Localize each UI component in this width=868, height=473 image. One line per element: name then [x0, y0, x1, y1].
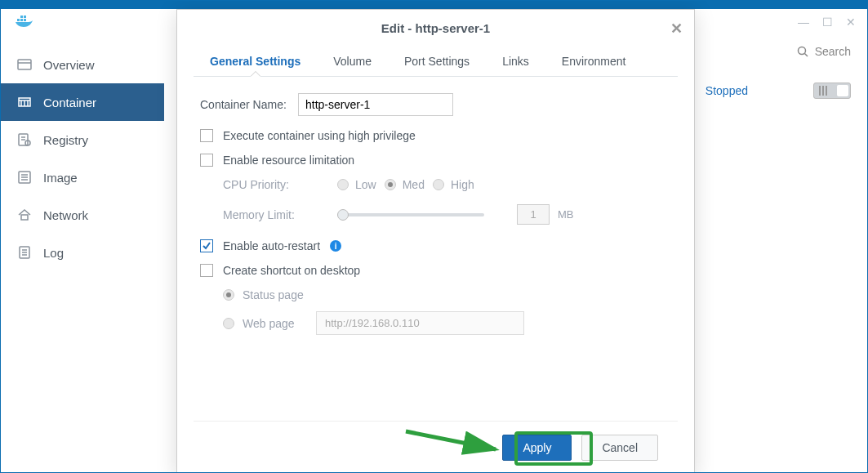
apply-button[interactable]: Apply	[502, 435, 572, 461]
container-name-input[interactable]	[298, 93, 453, 116]
tab-environment[interactable]: Environment	[545, 47, 643, 76]
sidebar-label: Registry	[43, 133, 88, 147]
desktop-shortcut-checkbox[interactable]	[200, 264, 213, 277]
cancel-button[interactable]: Cancel	[581, 435, 658, 461]
svg-rect-20	[21, 215, 28, 220]
cpu-high-radio	[433, 179, 444, 190]
maximize-button[interactable]: ☐	[822, 16, 833, 29]
tab-general-settings[interactable]: General Settings	[194, 47, 317, 76]
network-icon	[17, 207, 32, 222]
tab-volume[interactable]: Volume	[317, 47, 388, 76]
image-icon	[17, 170, 32, 185]
search-icon	[797, 46, 808, 57]
memory-limit-label: Memory Limit:	[223, 208, 329, 221]
log-icon	[17, 245, 32, 260]
docker-icon	[16, 14, 33, 32]
sidebar-item-overview[interactable]: Overview	[1, 46, 164, 83]
container-status: Stopped	[706, 84, 748, 97]
registry-icon	[17, 132, 32, 147]
sidebar-label: Container	[43, 96, 96, 109]
status-page-label: Status page	[243, 288, 304, 301]
sidebar-label: Image	[43, 171, 78, 185]
edit-dialog: Edit - http-server-1 ✕ General Settings …	[176, 9, 695, 473]
status-page-radio	[223, 289, 234, 301]
sidebar-item-container[interactable]: Container	[1, 83, 164, 121]
auto-restart-checkbox[interactable]	[200, 239, 213, 252]
sidebar-item-image[interactable]: Image	[1, 158, 164, 196]
dialog-close-button[interactable]: ✕	[670, 20, 683, 38]
sidebar-item-network[interactable]: Network	[1, 196, 164, 234]
resource-limit-label: Enable resource limitation	[223, 154, 354, 167]
container-name-label: Container Name:	[200, 98, 298, 111]
sidebar-label: Network	[43, 208, 88, 222]
minimize-button[interactable]: —	[798, 16, 809, 29]
search-placeholder: Search	[815, 45, 851, 58]
svg-rect-0	[17, 19, 20, 21]
overview-icon	[17, 57, 32, 72]
cpu-priority-label: CPU Priority:	[223, 178, 329, 191]
svg-rect-4	[24, 16, 26, 18]
memory-slider	[337, 213, 484, 216]
sidebar-label: Overview	[43, 58, 95, 72]
tab-links[interactable]: Links	[486, 47, 545, 76]
auto-restart-label: Enable auto-restart	[223, 239, 320, 252]
high-privilege-checkbox[interactable]	[200, 129, 213, 142]
container-toggle[interactable]	[813, 83, 851, 99]
window-controls: — ☐ ✕	[798, 16, 856, 29]
svg-point-25	[798, 47, 805, 55]
resource-limit-checkbox[interactable]	[200, 154, 213, 167]
svg-rect-2	[24, 19, 26, 21]
web-page-label: Web page	[243, 317, 308, 330]
sidebar-item-log[interactable]: Log	[1, 234, 164, 271]
memory-unit: MB	[558, 208, 574, 221]
info-icon[interactable]: i	[330, 240, 341, 252]
cpu-med-radio	[385, 179, 396, 190]
svg-rect-3	[20, 16, 23, 18]
dialog-title: Edit - http-server-1 ✕	[177, 10, 694, 47]
svg-rect-5	[18, 60, 31, 69]
close-button[interactable]: ✕	[846, 16, 856, 29]
svg-rect-1	[20, 19, 23, 21]
memory-limit-input	[517, 204, 550, 225]
container-icon	[17, 95, 32, 109]
container-row: Stopped	[706, 83, 851, 99]
web-page-url-input	[316, 311, 524, 335]
desktop-shortcut-label: Create shortcut on desktop	[223, 264, 360, 277]
cpu-low-radio	[337, 179, 349, 190]
sidebar-item-registry[interactable]: Registry	[1, 121, 164, 158]
search-bar[interactable]: Search	[797, 45, 851, 58]
high-privilege-label: Execute container using high privilege	[223, 129, 416, 142]
tab-port-settings[interactable]: Port Settings	[388, 47, 486, 76]
web-page-radio	[223, 318, 234, 329]
sidebar-label: Log	[43, 246, 64, 260]
svg-line-26	[804, 54, 808, 57]
sidebar: Overview Container Registry Image Networ…	[1, 9, 164, 472]
tabs: General Settings Volume Port Settings Li…	[194, 47, 678, 77]
